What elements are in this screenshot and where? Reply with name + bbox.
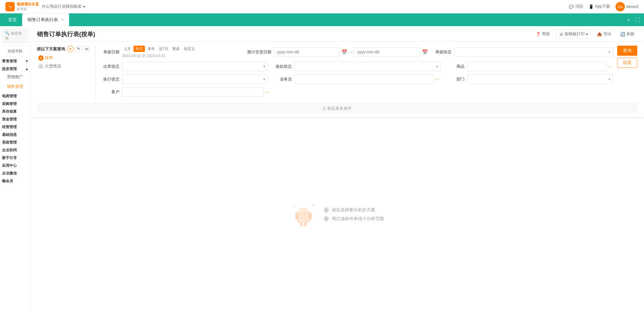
delivery-date-start[interactable] bbox=[274, 47, 339, 57]
app-download-btn[interactable]: 📱 App下载 bbox=[589, 4, 610, 9]
sidebar-section-inventory[interactable]: 库存核算 bbox=[0, 107, 30, 115]
goods-input[interactable] bbox=[467, 62, 607, 71]
exec-status-select-wrapper bbox=[122, 74, 268, 84]
date-range-text: 2023-03-01 至 2023-03-31 bbox=[122, 53, 242, 58]
window-close-btn[interactable]: × bbox=[626, 16, 631, 24]
sidebar-item-quick-nav[interactable]: 快捷导航 bbox=[0, 46, 30, 57]
filter-row-2: 出库状态 收款状态 bbox=[101, 62, 613, 71]
sidebar-item-sales[interactable]: 销售管理 bbox=[0, 82, 30, 92]
goods-label: 商品 bbox=[446, 64, 465, 69]
filter-actions: 查询 设置 bbox=[617, 46, 637, 68]
sidebar-section-system[interactable]: 系统管理 bbox=[0, 138, 30, 146]
scheme-item-shortage[interactable]: ○ 欠货情况 bbox=[37, 63, 90, 70]
scheme-list: ● 按单 ○ 欠货情况 bbox=[37, 54, 90, 70]
goods-picker-btn[interactable]: ··· bbox=[606, 64, 613, 69]
mobile-icon: 📱 bbox=[589, 4, 594, 9]
filter-row-1: 单据日期 上月 本月 本年 近7天 更多 自定义 20 bbox=[101, 46, 613, 58]
sidebar-section-newbie[interactable]: 新手引导 bbox=[0, 153, 30, 161]
salesperson-label: 业务员 bbox=[273, 76, 292, 82]
help-btn[interactable]: ❓ 帮助 bbox=[533, 30, 553, 38]
status-select[interactable] bbox=[454, 47, 613, 57]
logo-text: 畅捷通好生意 标准版 bbox=[17, 2, 39, 11]
empty-state: 1 请先选择要分析的方案 2 用过滤条件来缩小分析范围 bbox=[30, 118, 644, 310]
logo-icon bbox=[5, 2, 15, 11]
refresh-icon: 🔄 bbox=[620, 32, 625, 37]
search-btn[interactable]: 查询 bbox=[617, 46, 637, 56]
add-scheme-btn[interactable]: + bbox=[67, 46, 74, 52]
tab-sales-order-exec[interactable]: 销售订单执行表 × bbox=[22, 13, 69, 26]
sidebar-section-app-center[interactable]: 应用中心 bbox=[0, 161, 30, 169]
export-btn[interactable]: 📤 导出 bbox=[594, 30, 614, 38]
page-title: 销售订单执行表(按单) bbox=[37, 30, 95, 38]
sidebar-section-enterprise[interactable]: 企业协同 bbox=[0, 146, 30, 153]
empty-content: 1 请先选择要分析的方案 2 用过滤条件来缩小分析范围 bbox=[290, 201, 384, 228]
date-tab-this-month[interactable]: 本月 bbox=[133, 46, 145, 52]
sidebar-section-membership[interactable]: 畅会员 bbox=[0, 176, 30, 184]
date-tab-7days[interactable]: 近7天 bbox=[158, 46, 170, 52]
salesperson-picker-btn[interactable]: ··· bbox=[434, 76, 441, 82]
sidebar-section-finance[interactable]: 资金管理 bbox=[0, 115, 30, 122]
settings-btn[interactable]: 设置 bbox=[617, 58, 637, 68]
logo-area: 畅捷通好生意 标准版 bbox=[5, 2, 39, 11]
salesperson-input[interactable] bbox=[294, 74, 434, 84]
refresh-btn[interactable]: 🔄 刷新 bbox=[618, 30, 637, 38]
edit-scheme-btn[interactable]: ✎ bbox=[75, 46, 82, 52]
filter-field-salesperson: 业务员 ··· bbox=[273, 74, 440, 84]
collapse-icon: ⋀ bbox=[323, 106, 327, 111]
sidebar-section-retail[interactable]: 零售管理 ▾ bbox=[0, 57, 30, 64]
sidebar-section-wechat[interactable]: 企业微信 bbox=[0, 169, 30, 176]
chevron-down-icon: ▾ bbox=[26, 59, 28, 63]
user-menu[interactable]: Ea demo2 bbox=[615, 2, 639, 11]
date-tab-last-month[interactable]: 上月 bbox=[122, 46, 132, 52]
collapse-scheme-btn[interactable]: ≪ bbox=[83, 46, 90, 52]
message-btn[interactable]: 💬 消息 bbox=[569, 4, 583, 9]
template-print-btn[interactable]: 🖨 按模板打印 ▾ bbox=[556, 30, 591, 39]
sidebar-section-purchase[interactable]: 采购管理 bbox=[0, 99, 30, 107]
payment-status-label: 收款状态 bbox=[273, 64, 292, 69]
collapse-more-btn[interactable]: ⋀ 收起更多条件 bbox=[37, 103, 637, 113]
out-status-select-wrapper bbox=[122, 62, 268, 71]
chevron-down-icon: ▾ bbox=[586, 32, 588, 37]
empty-illustration bbox=[290, 201, 317, 228]
customer-input[interactable] bbox=[122, 87, 263, 97]
tab-close-icon[interactable]: × bbox=[61, 17, 64, 22]
sidebar-section-wholesale[interactable]: 批发管理 ▴ bbox=[0, 64, 30, 72]
page-header: 销售订单执行表(按单) ❓ 帮助 🖨 按模板打印 ▾ 📤 导出 🔄 刷新 bbox=[30, 26, 644, 42]
scheme-item-order[interactable]: ● 按单 bbox=[37, 54, 90, 61]
page-actions: ❓ 帮助 🖨 按模板打印 ▾ 📤 导出 🔄 刷新 bbox=[533, 30, 637, 39]
filter-top: 按以下方案查询 + ✎ ≪ ● 按单 ○ bbox=[37, 46, 637, 100]
date-tab-custom[interactable]: 自定义 bbox=[182, 46, 196, 52]
search-menu-btn[interactable]: 🔍 搜索菜单 bbox=[2, 29, 28, 43]
sidebar-section-ecommerce[interactable]: 电商管理 bbox=[0, 92, 30, 99]
customer-picker-btn[interactable]: ··· bbox=[263, 89, 270, 95]
tip-num-1: 1 bbox=[324, 207, 329, 213]
filter-field-payment: 收款状态 bbox=[273, 62, 440, 71]
date-separator: — bbox=[348, 50, 353, 55]
scheme-actions: + ✎ ≪ bbox=[67, 46, 90, 52]
delivery-date-end[interactable] bbox=[354, 47, 420, 57]
out-status-select[interactable] bbox=[122, 62, 268, 71]
sidebar-section-operations[interactable]: 经营管理 bbox=[0, 122, 30, 130]
date-tab-more[interactable]: 更多 bbox=[171, 46, 181, 52]
tab-home[interactable]: 首页 bbox=[3, 13, 22, 26]
empty-tip-1: 1 请先选择要分析的方案 bbox=[324, 207, 384, 213]
window-expand-btn[interactable]: ⛶ bbox=[634, 16, 641, 24]
exec-status-select[interactable] bbox=[122, 74, 268, 84]
nav-tabs-right: × ⛶ bbox=[626, 16, 641, 24]
payment-status-select-wrapper bbox=[294, 62, 440, 71]
date-tab-this-year[interactable]: 本年 bbox=[146, 46, 156, 52]
filter-field-exec-status: 执行状态 bbox=[101, 74, 268, 84]
scheme-active-icon: ● bbox=[38, 55, 44, 61]
sidebar: 🔍 搜索菜单 快捷导航 零售管理 ▾ 批发管理 ▴ 营销推广 销售管理 电商管理… bbox=[0, 26, 30, 310]
sidebar-section-base-info[interactable]: 基础信息 bbox=[0, 130, 30, 138]
department-select[interactable] bbox=[467, 74, 613, 84]
top-header: 畅捷通好生意 标准版 办公用品行业模拟账套 ▾ 💬 消息 📱 App下载 Ea … bbox=[0, 0, 644, 13]
payment-status-select[interactable] bbox=[294, 62, 440, 71]
calendar-end-icon[interactable]: 📅 bbox=[422, 49, 428, 55]
export-icon: 📤 bbox=[597, 32, 602, 37]
main-area: 🔍 搜索菜单 快捷导航 零售管理 ▾ 批发管理 ▴ 营销推广 销售管理 电商管理… bbox=[0, 26, 644, 310]
nav-tabs: 首页 销售订单执行表 × × ⛶ bbox=[0, 13, 644, 26]
breadcrumb[interactable]: 办公用品行业模拟账套 ▾ bbox=[42, 4, 85, 9]
sidebar-item-marketing[interactable]: 营销推广 bbox=[0, 72, 30, 82]
calendar-start-icon[interactable]: 📅 bbox=[341, 49, 347, 55]
